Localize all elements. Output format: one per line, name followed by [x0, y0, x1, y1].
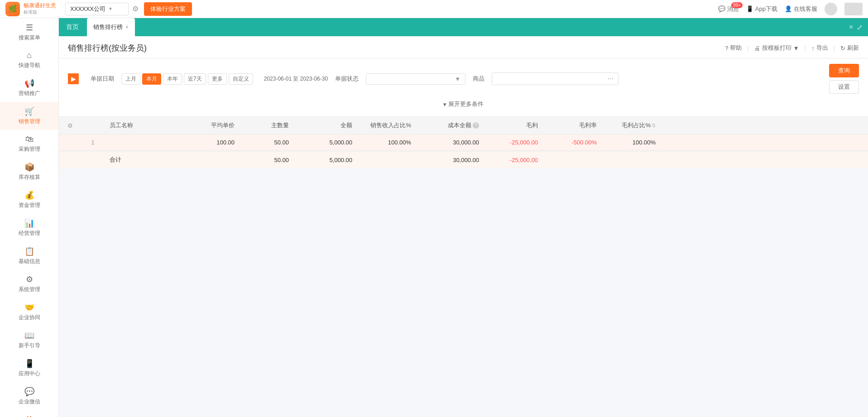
- date-buttons: 上月 本月 本年 近7天 更多 自定义: [121, 73, 253, 85]
- footer-qty-value: 50.00: [274, 157, 289, 163]
- settings-icon[interactable]: ⚙: [132, 5, 139, 13]
- sidebar-item-guide[interactable]: 📖 新手引导: [0, 326, 58, 354]
- cost-help-icon[interactable]: ?: [473, 122, 479, 129]
- refresh-icon: ↻: [840, 45, 845, 52]
- table-settings-button[interactable]: 设置: [829, 80, 859, 94]
- row-profit: -25,000.00: [484, 139, 543, 146]
- sidebar-item-marketing[interactable]: 📢 营销推广: [0, 74, 58, 102]
- user-name-area[interactable]: [844, 3, 863, 15]
- sidebar-label-finance: 资金管理: [19, 201, 40, 209]
- app-download-button[interactable]: 📱 App下载: [746, 5, 777, 13]
- online-service-button[interactable]: 👤 在线客服: [785, 5, 817, 13]
- expand-more-button[interactable]: ▾ 展开更多条件: [68, 97, 859, 111]
- tab-home[interactable]: 首页: [59, 18, 86, 36]
- footer-avgprice: [186, 156, 240, 164]
- operations-icon: 📊: [24, 218, 34, 228]
- footer-profitpct: [602, 156, 661, 164]
- enterprise-icon: 🤝: [24, 302, 34, 312]
- sidebar-item-finance[interactable]: 💰 资金管理: [0, 186, 58, 214]
- row-salespct: 100.00%: [358, 139, 417, 146]
- marketing-icon: 📢: [24, 78, 34, 88]
- top-bar: 🌿 畅康通好生意 标准版 XXXXXX公司 ▼ ⚙ 体验行业方案 💬 消息 99…: [0, 0, 868, 18]
- sidebar-item-inventory[interactable]: 📦 库存核算: [0, 158, 58, 186]
- service-icon: 👤: [785, 5, 792, 12]
- footer-cost-value: 30,000.00: [453, 157, 479, 163]
- footer-salespct: [358, 156, 417, 164]
- col-profitrate-header: 毛利率: [543, 121, 602, 129]
- query-button[interactable]: 查询: [829, 64, 859, 77]
- tab-sales-ranking-label: 销售排行榜: [93, 23, 123, 31]
- row-qty-value: 50.00: [274, 139, 289, 146]
- sidebar-label-inventory: 库存核算: [19, 173, 40, 181]
- date-btn-more[interactable]: 更多: [208, 73, 227, 85]
- table-row: 1 100.00 50.00: [59, 134, 868, 151]
- goods-more-icon[interactable]: ···: [608, 75, 614, 83]
- logo-sub: 标准版: [24, 9, 56, 15]
- company-selector[interactable]: XXXXXX公司 ▼: [65, 3, 129, 15]
- export-button[interactable]: ↑ 导出: [811, 44, 828, 52]
- top-right-actions: 💬 消息 99+ 📱 App下载 👤 在线客服: [718, 3, 863, 15]
- date-btn-last-month[interactable]: 上月: [121, 73, 140, 85]
- sidebar-item-purchase[interactable]: 🛍 采购管理: [0, 130, 58, 158]
- sidebar-label-search: 搜索菜单: [19, 34, 40, 42]
- sidebar-item-sales[interactable]: 🛒 销售管理: [0, 102, 58, 130]
- col-index-header: [82, 121, 104, 129]
- help-button[interactable]: ? 帮助: [725, 44, 742, 52]
- sidebar-item-wechat[interactable]: 💬 企业微信: [0, 382, 58, 410]
- page-actions: ? 帮助 | 🖨 按模板打印 ▼ | ↑ 导出: [725, 44, 859, 52]
- message-badge: 99+: [731, 2, 743, 8]
- print-button[interactable]: 🖨 按模板打印 ▼: [754, 44, 799, 52]
- row-cost: 30,000.00: [417, 139, 484, 146]
- sidebar-item-apps[interactable]: 📱 应用中心: [0, 354, 58, 382]
- row-profitpct-value: 100.00%: [633, 139, 656, 146]
- refresh-button[interactable]: ↻ 刷新: [840, 44, 859, 52]
- avatar[interactable]: [825, 3, 837, 15]
- finance-icon: 💰: [24, 190, 34, 200]
- sidebar-item-system[interactable]: ⚙ 系统管理: [0, 270, 58, 298]
- goods-select[interactable]: ···: [492, 72, 619, 85]
- logo-text-area: 畅康通好生意 标准版: [24, 2, 56, 16]
- message-button[interactable]: 💬 消息 99+: [718, 5, 739, 13]
- tab-close-icon[interactable]: ×: [125, 24, 129, 30]
- col-profitpct-label: 毛利占比%: [622, 121, 651, 129]
- status-select[interactable]: ▼: [366, 73, 465, 85]
- sidebar-item-enterprise[interactable]: 🤝 企业协同: [0, 298, 58, 326]
- tab-maximize-icon[interactable]: ⤢: [857, 23, 863, 32]
- sidebar-item-operations[interactable]: 📊 经营管理: [0, 214, 58, 242]
- sidebar-label-marketing: 营销推广: [19, 90, 40, 97]
- sidebar-item-basic[interactable]: 📋 基础信息: [0, 242, 58, 270]
- footer-cost: 30,000.00: [417, 156, 484, 164]
- filter-area: ▶ 单据日期 上月 本月 本年 近7天 更多 自定义 2023-06-01 至 …: [59, 58, 868, 117]
- page-title: 销售排行榜(按业务员): [68, 43, 147, 53]
- date-btn-this-month[interactable]: 本月: [142, 73, 161, 85]
- sidebar-item-search[interactable]: ☰ 搜索菜单: [0, 18, 58, 46]
- tab-sales-ranking[interactable]: 销售排行榜 ×: [87, 18, 135, 36]
- sidebar-item-nav[interactable]: ⌂ 快捷导航: [0, 46, 58, 74]
- col-qty-header: 主数量: [240, 121, 294, 129]
- tab-close-window-icon[interactable]: ×: [849, 23, 853, 31]
- sales-icon: 🛒: [24, 106, 34, 116]
- date-btn-this-year[interactable]: 本年: [163, 73, 182, 85]
- logo-icon: 🌿: [5, 2, 20, 16]
- logo-area: 🌿 畅康通好生意 标准版: [5, 2, 56, 16]
- row-salespct-value: 100.00%: [388, 139, 411, 146]
- col-settings-header[interactable]: ⚙: [59, 121, 82, 129]
- trial-button[interactable]: 体验行业方案: [144, 2, 192, 16]
- date-btn-custom[interactable]: 自定义: [229, 73, 253, 85]
- footer-index: [82, 156, 104, 164]
- expand-filter-button[interactable]: ▶: [68, 73, 79, 84]
- export-label: 导出: [816, 44, 828, 52]
- col-profitpct-header: 毛利占比% ⇅: [602, 121, 661, 129]
- print-label: 按模板打印: [762, 44, 791, 52]
- footer-qty: 50.00: [240, 156, 294, 164]
- profitpct-sort-icon[interactable]: ⇅: [652, 123, 656, 129]
- row-index-value: 1: [91, 139, 94, 146]
- col-salespct-header: 销售收入占比%: [358, 121, 417, 129]
- col-name-label: 员工名称: [110, 121, 133, 129]
- table-footer-wrap: 合计 50.00 5,000.00 30,000.00: [59, 151, 868, 168]
- help-icon: ?: [725, 45, 728, 52]
- row-profitpct: 100.00%: [602, 139, 661, 146]
- date-btn-7days[interactable]: 近7天: [184, 73, 206, 85]
- sidebar-item-member[interactable]: V 畅会员: [0, 410, 58, 417]
- row-amount-value: 5,000.00: [329, 139, 352, 146]
